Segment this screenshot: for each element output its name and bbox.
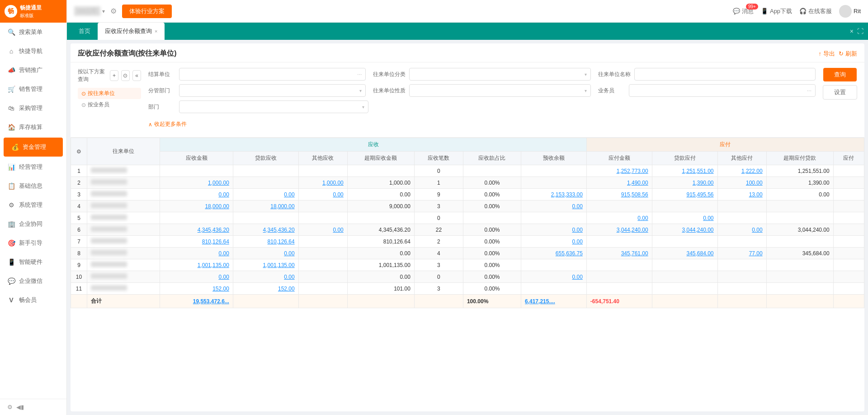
th-ar-amount: 应收金额 — [160, 152, 233, 165]
filter-collapse-button[interactable]: « — [132, 70, 141, 81]
sidebar-item-sales[interactable]: 🛒 销售管理 — [0, 80, 66, 99]
window-expand-button[interactable]: ⛶ — [857, 28, 863, 35]
salesman-input[interactable]: ··· — [629, 84, 816, 97]
tab-home[interactable]: 首页 — [71, 23, 98, 40]
app-download-button[interactable]: 📱 App下载 — [761, 7, 792, 15]
settings-button[interactable]: 设置 — [823, 85, 857, 100]
filter-target-button[interactable]: ⊙ — [121, 70, 130, 81]
partner-name-label: 往来单位名称 — [598, 71, 631, 78]
user-avatar — [839, 5, 852, 18]
table-row: 2 1,000.00 1,000.00 1,000.00 1 0.00% 1,4… — [71, 177, 864, 189]
user-profile[interactable]: Rit — [839, 5, 861, 18]
row-ar-count: 2 — [414, 236, 463, 248]
row-ar-prepay: 655,636.75 — [521, 248, 587, 259]
table-settings-icon[interactable]: ⚙ — [76, 148, 81, 155]
partner-nature-input[interactable]: ▾ — [409, 84, 590, 97]
row-ar-loan: 0.00 — [233, 271, 298, 283]
row-ap-overdue — [766, 283, 833, 295]
messages-button[interactable]: 💬 消息 99+ — [733, 7, 754, 15]
sidebar-item-inventory[interactable]: 🏠 库存核算 — [0, 118, 66, 137]
messages-badge: 99+ — [746, 4, 758, 10]
home-icon: ⌂ — [7, 47, 15, 55]
row-ap-amount: 345,761.00 — [586, 248, 652, 259]
row-ar-count: 0 — [414, 212, 463, 224]
refresh-button[interactable]: ↻ 刷新 — [839, 50, 857, 58]
topbar-settings-icon[interactable]: ⚙ — [110, 7, 117, 15]
partner-name-input[interactable] — [634, 68, 816, 81]
filter-nav-by-unit[interactable]: ⊙ 按往来单位 — [78, 88, 141, 99]
row-ap-loan — [652, 236, 717, 248]
row-ar-ratio — [463, 165, 521, 177]
th-ap-loan: 贷款应付 — [652, 152, 717, 165]
sidebar-item-quick-nav[interactable]: ⌂ 快捷导航 — [0, 42, 66, 61]
window-close-button[interactable]: × — [850, 28, 854, 35]
sidebar-item-corp-wechat[interactable]: 💬 企业微信 — [0, 272, 66, 291]
sidebar-item-finance[interactable]: 💰 资金管理 — [4, 138, 63, 157]
collapse-area: ∧ 收起更多条件 — [148, 117, 816, 132]
system-icon: ⚙ — [7, 201, 15, 209]
tab-current[interactable]: 应收应付余额查询 × — [98, 23, 165, 40]
collapse-button[interactable]: ∧ 收起更多条件 — [148, 119, 816, 130]
query-button[interactable]: 查询 — [823, 68, 857, 81]
partner-category-input[interactable]: ▾ — [409, 68, 590, 81]
filter-nav-by-staff[interactable]: ⊙ 按业务员 — [78, 99, 141, 110]
row-ar-loan: 1,001,135.00 — [233, 259, 298, 271]
filter-add-button[interactable]: + — [110, 70, 118, 81]
row-ar-overdue: 101.00 — [347, 283, 414, 295]
tab-close-icon[interactable]: × — [155, 29, 157, 34]
sidebar-item-marketing[interactable]: 📣 营销推广 — [0, 61, 66, 80]
filter-fields: 结算单位 ··· 往来单位分类 ▾ — [148, 68, 816, 132]
th-settings[interactable]: ⚙ — [71, 138, 87, 165]
row-ar-other — [298, 283, 347, 295]
user-name: Rit — [854, 8, 861, 14]
sidebar-item-corp-collab[interactable]: 🏢 企业协同 — [0, 215, 66, 234]
dept-input[interactable]: ▾ — [179, 100, 368, 113]
dept-manage-input[interactable]: ▾ — [179, 84, 366, 97]
refresh-label: 刷新 — [845, 50, 857, 58]
row-ar-count: 4 — [414, 248, 463, 259]
row-ar-overdue: 0.00 — [347, 189, 414, 200]
sidebar-item-smart-hw[interactable]: 📱 智能硬件 — [0, 253, 66, 272]
sidebar-item-search[interactable]: 🔍 搜索菜单 — [0, 23, 66, 42]
row-ar-amount: 18,000.00 — [160, 200, 233, 212]
breadcrumb-arrow[interactable]: ▾ — [102, 8, 105, 14]
row-ar-amount: 0.00 — [160, 189, 233, 200]
filter-nav: 按以下方案查询 + ⊙ « ⊙ 按往来单位 ⊙ 按业务员 — [78, 68, 141, 132]
row-ar-count: 3 — [414, 259, 463, 271]
filter-row-3: 部门 ▾ — [148, 100, 816, 113]
row-ar-overdue: 0.00 — [347, 271, 414, 283]
row-ar-other — [298, 236, 347, 248]
settlement-input[interactable]: ··· — [179, 68, 366, 81]
row-ar-prepay — [521, 259, 587, 271]
row-ar-other — [298, 259, 347, 271]
sidebar-settings-button[interactable]: ⚙ — [7, 404, 13, 410]
logo-name: 畅捷通里 — [20, 4, 42, 12]
row-ap-loan: 1,251,551.00 — [652, 165, 717, 177]
export-button[interactable]: ↑ 导出 — [819, 50, 835, 58]
promo-button[interactable]: 体验行业方案 — [122, 5, 172, 18]
sidebar-item-purchase[interactable]: 🛍 采购管理 — [0, 99, 66, 118]
table-row: 3 0.00 0.00 0.00 0.00 9 0.00% 2,153,333.… — [71, 189, 864, 200]
sidebar-item-basic[interactable]: 📋 基础信息 — [0, 176, 66, 196]
window-controls: × ⛶ — [850, 28, 863, 35]
row-ap-overdue — [766, 212, 833, 224]
sidebar-item-operations[interactable]: 📊 经营管理 — [0, 157, 66, 176]
sidebar-item-system[interactable]: ⚙ 系统管理 — [0, 196, 66, 215]
sidebar-item-member[interactable]: V 畅会员 — [0, 291, 66, 310]
sidebar-item-guide[interactable]: 🎯 新手引导 — [0, 234, 66, 253]
row-ar-amount — [160, 165, 233, 177]
footer-ap-other — [717, 295, 766, 308]
row-ar-count: 22 — [414, 224, 463, 236]
row-ar-overdue: 810,126.64 — [347, 236, 414, 248]
page-content: 应收应付余额查询(按往来单位) ↑ 导出 ↻ 刷新 — [71, 43, 864, 411]
online-service-button[interactable]: 🎧 在线客服 — [799, 7, 832, 15]
settlement-dots: ··· — [357, 71, 362, 77]
tab-home-label: 首页 — [79, 27, 90, 35]
sidebar-collapse-button[interactable]: ◀▮ — [16, 404, 24, 410]
table-row: 5 0 0.00 0.00 — [71, 212, 864, 224]
guide-icon: 🎯 — [7, 239, 15, 247]
row-ap-overdue: 345,684.00 — [766, 248, 833, 259]
marketing-icon: 📣 — [7, 66, 15, 74]
corp-collab-icon: 🏢 — [7, 220, 15, 228]
row-ar-amount: 1,001,135.00 — [160, 259, 233, 271]
